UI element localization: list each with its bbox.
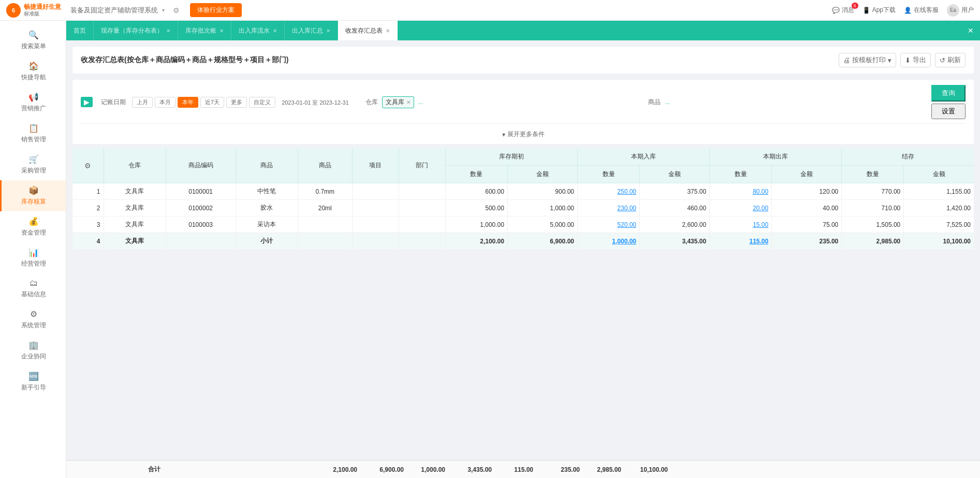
table-row-subtotal: 4 文具库 小计 2,100.00 6,900.00 1,000.00 3,43…	[72, 233, 974, 250]
basic-icon: 🗂	[30, 279, 38, 288]
tab-inout-summary[interactable]: 出入库汇总 ✕	[285, 21, 338, 40]
tab-inout-flow[interactable]: 出入库流水 ✕	[231, 21, 285, 40]
row3-out-amt: 75.00	[772, 216, 842, 233]
tab-stock-dist-close[interactable]: ✕	[166, 28, 170, 34]
sidebar-item-sales[interactable]: 📋 销售管理	[0, 118, 66, 149]
app-download-item[interactable]: 📱 App下载	[862, 6, 896, 15]
date-this-year[interactable]: 本年	[178, 97, 198, 108]
user-item[interactable]: Ea 用户	[947, 4, 974, 17]
tab-home[interactable]: 首页	[66, 21, 94, 40]
filter-row: ▶ 记账日期 上月 本月 本年 近7天 更多 自定义 2023-01-01 至 …	[81, 85, 966, 119]
sidebar-item-guide[interactable]: 🆕 新手引导	[0, 366, 66, 397]
filter-arrow-icon[interactable]: ▶	[81, 97, 93, 107]
logo-line1: 畅捷通好生意	[24, 3, 61, 10]
th-in: 本期入库	[577, 148, 709, 166]
tab-receive-summary-label: 收发存汇总表	[345, 26, 383, 35]
tab-stock-dist[interactable]: 现存量（库存分布表） ✕	[94, 21, 178, 40]
row2-code: 0100002	[166, 200, 236, 216]
row2-bal-qty: 710.00	[842, 200, 904, 216]
query-button[interactable]: 查询	[931, 85, 966, 102]
sidebar-item-system[interactable]: ⚙ 系统管理	[0, 304, 66, 335]
sidebar-item-inventory[interactable]: 📦 库存核算	[0, 180, 66, 211]
th-warehouse: 仓库	[104, 148, 166, 183]
row3-spec	[298, 216, 352, 233]
footer-out-amt: 235.00	[537, 466, 584, 473]
sidebar-item-label: 企业协同	[21, 352, 46, 361]
filter-bar: ▶ 记账日期 上月 本月 本年 近7天 更多 自定义 2023-01-01 至 …	[72, 80, 974, 144]
sidebar-item-marketing[interactable]: 📢 营销推广	[0, 87, 66, 118]
column-settings-gear[interactable]: ⚙	[84, 162, 91, 170]
inventory-icon: 📦	[28, 185, 39, 195]
footer-in-amt: 3,435.00	[449, 466, 496, 473]
row1-out-qty[interactable]: 80.00	[710, 183, 772, 200]
row3-in-qty[interactable]: 520.00	[577, 216, 639, 233]
tab-batch-close[interactable]: ✕	[220, 28, 224, 34]
sidebar-item-finance[interactable]: 💰 资金管理	[0, 211, 66, 242]
row3-out-qty[interactable]: 15.00	[710, 216, 772, 233]
export-button[interactable]: ⬇ 导出	[900, 53, 931, 67]
row4-out-qty[interactable]: 115.00	[710, 233, 772, 250]
table-container: ⚙ 仓库 商品编码 商品 商品 项目 部门 库存期初 本期入库 本期出库 结存	[72, 148, 974, 250]
date-last-month[interactable]: 上月	[132, 97, 153, 108]
row4-name: 小计	[236, 233, 298, 250]
tab-receive-summary[interactable]: 收发存汇总表 ✕	[338, 21, 398, 40]
tab-bar-close-icon[interactable]: ✕	[961, 26, 980, 35]
content-area: 首页 现存量（库存分布表） ✕ 库存批次账 ✕ 出入库流水 ✕ 出入库汇总 ✕ …	[66, 21, 980, 478]
expand-button[interactable]: ▾ 展开更多条件	[81, 130, 966, 139]
row2-spec: 20ml	[298, 200, 352, 216]
logo-icon: 6	[6, 3, 21, 18]
date-this-month[interactable]: 本月	[155, 97, 175, 108]
tab-home-label: 首页	[74, 26, 86, 35]
online-service-item[interactable]: 👤 在线客服	[904, 6, 939, 15]
row4-dept	[399, 233, 445, 250]
date-custom[interactable]: 自定义	[249, 97, 275, 108]
row1-out-amt: 120.00	[772, 183, 842, 200]
sidebar-item-search[interactable]: 🔍 搜索菜单	[0, 25, 66, 56]
table-row: 1 文具库 0100001 中性笔 0.7mm 600.00 900.00 25…	[72, 183, 974, 200]
tab-batch[interactable]: 库存批次账 ✕	[178, 21, 231, 40]
system-title-dropdown-icon[interactable]: ▾	[162, 7, 165, 13]
message-badge: 6	[852, 3, 858, 9]
page-content: 收发存汇总表(按仓库＋商品编码＋商品＋规格型号＋项目＋部门) 🖨 按模板打印 ▾…	[66, 40, 980, 460]
sidebar-item-operation[interactable]: 📊 经营管理	[0, 242, 66, 273]
warehouse-dots[interactable]: ...	[418, 98, 423, 106]
row1-open-qty: 600.00	[445, 183, 507, 200]
settings-filter-button[interactable]: 设置	[931, 104, 966, 119]
row1-spec: 0.7mm	[298, 183, 352, 200]
row2-out-qty[interactable]: 20.00	[710, 200, 772, 216]
row2-in-qty[interactable]: 230.00	[577, 200, 639, 216]
row4-in-qty[interactable]: 1,000.00	[577, 233, 639, 250]
tab-inout-flow-label: 出入库流水	[239, 26, 270, 35]
settings-icon[interactable]: ⚙	[173, 6, 180, 15]
tab-inout-summary-close[interactable]: ✕	[326, 28, 330, 34]
sidebar-item-quick-nav[interactable]: 🏠 快捷导航	[0, 56, 66, 87]
date-more[interactable]: 更多	[226, 97, 247, 108]
row1-in-qty[interactable]: 250.00	[577, 183, 639, 200]
goods-dots[interactable]: ...	[665, 98, 670, 106]
sidebar-item-purchase[interactable]: 🛒 采购管理	[0, 149, 66, 180]
th-balance: 结存	[842, 148, 974, 166]
message-item[interactable]: 💬 消息 6	[832, 6, 854, 15]
trial-button[interactable]: 体验行业方案	[190, 3, 242, 17]
date-7days[interactable]: 近7天	[200, 97, 224, 108]
refresh-button[interactable]: ↺ 刷新	[935, 53, 966, 67]
sidebar-item-basic[interactable]: 🗂 基础信息	[0, 273, 66, 304]
warehouse-tag-close[interactable]: ✕	[406, 99, 411, 105]
warehouse-filter: 仓库 文具库 ✕ ...	[365, 96, 642, 108]
row3-name: 采访本	[236, 216, 298, 233]
search-icon: 🔍	[28, 30, 39, 40]
tab-inout-summary-label: 出入库汇总	[292, 26, 323, 35]
row2-index: 2	[72, 200, 104, 216]
print-button[interactable]: 🖨 按模板打印 ▾	[839, 53, 896, 67]
tab-inout-flow-close[interactable]: ✕	[273, 28, 277, 34]
avatar: Ea	[947, 4, 959, 17]
top-bar-right: 💬 消息 6 📱 App下载 👤 在线客服 Ea 用户	[832, 4, 974, 17]
tab-receive-summary-close[interactable]: ✕	[386, 28, 390, 34]
row2-out-amt: 40.00	[772, 200, 842, 216]
th-code: 商品编码	[166, 148, 236, 183]
sidebar-item-enterprise[interactable]: 🏢 企业协同	[0, 335, 66, 366]
filter-expand-arrow[interactable]: ▶	[81, 97, 93, 107]
footer-out-qty: 115.00	[496, 466, 537, 473]
th-settings: ⚙	[72, 148, 104, 183]
row1-warehouse: 文具库	[104, 183, 166, 200]
